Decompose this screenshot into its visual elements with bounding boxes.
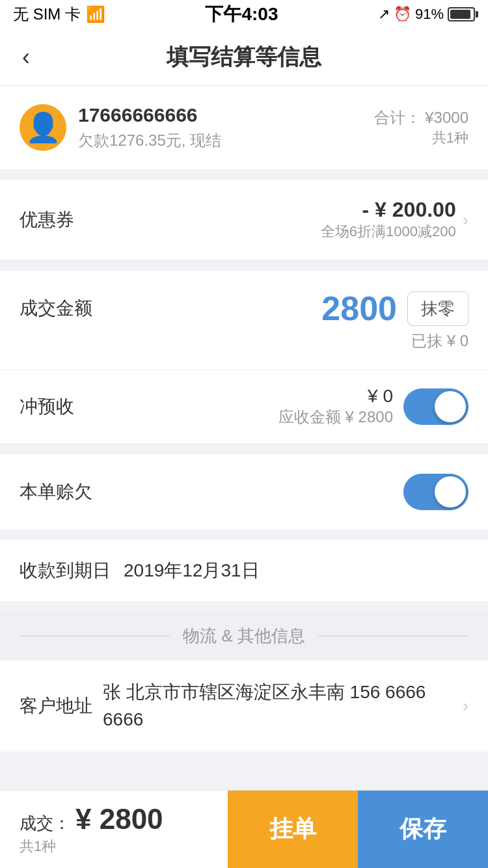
- bottom-summary-count: 共1种: [20, 837, 208, 856]
- debt-section: 本单赊欠: [0, 454, 488, 530]
- debt-toggle[interactable]: [403, 474, 468, 510]
- customer-phone: 17666666666: [78, 104, 221, 126]
- address-section[interactable]: 客户地址 张 北京市市辖区海淀区永丰南 156 6666 6666 ›: [0, 660, 488, 752]
- battery-icon: [448, 7, 475, 21]
- sim-status: 无 SIM 卡: [13, 4, 81, 25]
- save-button[interactable]: 保存: [358, 791, 488, 869]
- bottom-summary-top: 成交： ¥ 2800: [20, 803, 208, 835]
- bottom-bar: 成交： ¥ 2800 共1种 挂单 保存: [0, 790, 488, 868]
- duedate-section: 收款到期日 2019年12月31日: [0, 540, 488, 601]
- chevron-right-icon: ›: [463, 210, 468, 230]
- transaction-section: 成交金额 2800 抹零 已抹 ¥ 0: [0, 271, 488, 370]
- prepay-sub: 应收金额 ¥ 2800: [278, 407, 393, 427]
- address-chevron-icon: ›: [463, 696, 468, 716]
- prepay-amount-wrap: ¥ 0 应收金额 ¥ 2800: [278, 386, 393, 427]
- bottom-summary-amount: ¥ 2800: [75, 803, 163, 835]
- nav-bar: ‹ 填写结算等信息: [0, 29, 488, 86]
- status-right: ↗ ⏰ 91%: [378, 6, 475, 23]
- alarm-icon: ⏰: [394, 6, 411, 23]
- amount-row: 成交金额 2800 抹零: [20, 289, 468, 328]
- debt-toggle-knob: [435, 476, 466, 508]
- logistics-line-right: [318, 636, 468, 636]
- bottom-summary-label: 成交：: [20, 812, 70, 835]
- total-label: 合计： ¥3000: [374, 107, 468, 128]
- prepay-section: 冲预收 ¥ 0 应收金额 ¥ 2800: [0, 370, 488, 444]
- avatar-icon: 👤: [25, 113, 61, 142]
- coupon-text-wrap: - ¥ 200.00 全场6折满1000减200: [321, 198, 456, 241]
- bottom-summary: 成交： ¥ 2800 共1种: [0, 803, 228, 856]
- debt-label: 本单赊欠: [20, 480, 92, 504]
- status-bar: 无 SIM 卡 📶 下午4:03 ↗ ⏰ 91%: [0, 0, 488, 29]
- battery-percent: 91%: [415, 6, 444, 23]
- coupon-desc: 全场6折满1000减200: [321, 222, 456, 241]
- transaction-value: 2800: [321, 289, 397, 328]
- round-button[interactable]: 抹零: [407, 292, 468, 326]
- total-count: 共1种: [374, 128, 468, 148]
- duedate-value: 2019年12月31日: [124, 558, 260, 583]
- section-divider-2: [0, 444, 488, 454]
- total-amount: ¥3000: [425, 109, 468, 126]
- duedate-label: 收款到期日: [20, 558, 111, 583]
- back-button[interactable]: ‹: [16, 37, 36, 77]
- customer-info: 17666666666 欠款1276.35元, 现结: [78, 104, 221, 151]
- prepay-right: ¥ 0 应收金额 ¥ 2800: [278, 386, 468, 427]
- address-value: 张 北京市市辖区海淀区永丰南 156 6666 6666: [92, 679, 463, 733]
- transaction-label: 成交金额: [20, 296, 92, 321]
- location-icon: ↗: [378, 6, 390, 23]
- page-title: 填写结算等信息: [167, 42, 321, 72]
- prepay-label: 冲预收: [20, 394, 74, 419]
- logistics-line-left: [20, 636, 170, 636]
- hang-button[interactable]: 挂单: [228, 791, 358, 869]
- amount-value-wrap: 2800 抹零: [321, 289, 468, 328]
- section-divider-3: [0, 530, 488, 540]
- coupon-right: - ¥ 200.00 全场6折满1000减200 ›: [321, 198, 468, 241]
- customer-left: 👤 17666666666 欠款1276.35元, 现结: [20, 104, 221, 151]
- status-time: 下午4:03: [205, 2, 278, 27]
- coupon-label: 优惠券: [20, 208, 74, 232]
- main-content: 👤 17666666666 欠款1276.35元, 现结 合计： ¥3000 共…: [0, 86, 488, 868]
- customer-debt-note: 欠款1276.35元, 现结: [78, 130, 221, 151]
- prepay-amount: ¥ 0: [278, 386, 393, 407]
- transaction-sub: 已抹 ¥ 0: [20, 331, 468, 351]
- customer-card: 👤 17666666666 欠款1276.35元, 现结 合计： ¥3000 共…: [0, 86, 488, 169]
- status-left: 无 SIM 卡 📶: [13, 4, 105, 25]
- coupon-amount: - ¥ 200.00: [321, 198, 456, 222]
- logistics-label: 物流 & 其他信息: [183, 625, 305, 647]
- section-divider-1: [0, 260, 488, 271]
- avatar: 👤: [20, 104, 66, 151]
- section-divider-4: [0, 601, 488, 612]
- coupon-row[interactable]: 优惠券 - ¥ 200.00 全场6折满1000减200 ›: [0, 180, 488, 260]
- wifi-icon: 📶: [86, 5, 105, 23]
- toggle-knob: [435, 391, 466, 422]
- customer-total: 合计： ¥3000 共1种: [374, 107, 468, 148]
- address-label: 客户地址: [20, 694, 92, 718]
- prepay-toggle[interactable]: [403, 388, 468, 425]
- logistics-header: 物流 & 其他信息: [0, 612, 488, 660]
